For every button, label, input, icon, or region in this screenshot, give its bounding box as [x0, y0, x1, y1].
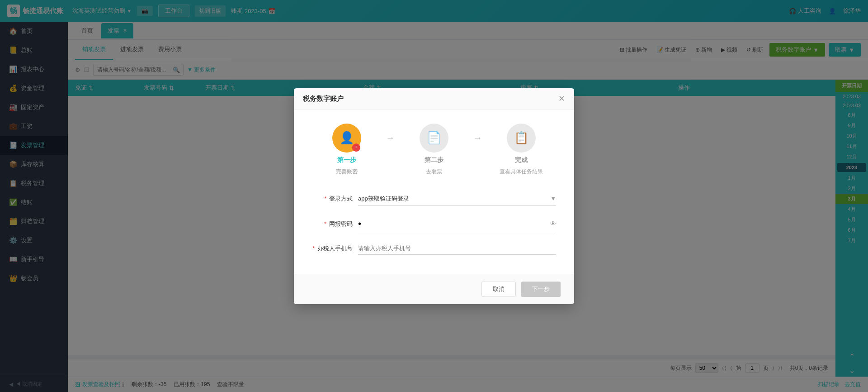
login-method-label: * 登录方式 — [312, 195, 353, 203]
step-arrow-2: → — [469, 124, 487, 143]
password-label: * 网报密码 — [312, 220, 353, 228]
step-arrow-1: → — [381, 124, 399, 143]
step1-icon: 👤 — [340, 131, 354, 145]
dialog-header: 税务数字账户 ✕ — [294, 88, 574, 110]
steps-indicator: 👤 ! 第一步 完善账密 → 📄 第二步 去取票 → — [312, 124, 556, 176]
phone-label: * 办税人手机号 — [312, 244, 353, 253]
required-mark3: * — [312, 245, 315, 252]
dialog-title: 税务数字账户 — [303, 95, 344, 103]
phone-input[interactable] — [358, 245, 556, 252]
login-method-value: app获取验证码登录 — [358, 195, 409, 203]
step2-icon-wrap: 📄 — [420, 124, 448, 153]
step-1: 👤 ! 第一步 完善账密 — [312, 124, 381, 176]
phone-field-wrap — [358, 242, 556, 255]
step3-icon: 📋 — [514, 131, 528, 145]
login-method-select[interactable]: app获取验证码登录 ▼ — [358, 192, 556, 206]
dialog-body: 👤 ! 第一步 完善账密 → 📄 第二步 去取票 → — [294, 110, 574, 274]
step1-badge: ! — [352, 143, 360, 152]
step3-desc: 查看具体任务结果 — [500, 168, 543, 176]
step3-icon-wrap: 📋 — [507, 124, 536, 153]
required-mark: * — [324, 195, 326, 202]
step2-title: 第二步 — [425, 156, 443, 164]
password-field-wrap: 👁 — [358, 216, 556, 232]
login-method-row: * 登录方式 app获取验证码登录 ▼ — [312, 192, 556, 206]
password-row: * 网报密码 👁 — [312, 216, 556, 232]
password-input[interactable] — [358, 219, 550, 229]
login-method-dropdown-arrow: ▼ — [550, 195, 556, 202]
dialog-footer: 取消 下一步 — [294, 274, 574, 304]
step2-icon: 📄 — [427, 131, 441, 145]
next-btn[interactable]: 下一步 — [521, 282, 561, 297]
dialog-close-btn[interactable]: ✕ — [558, 95, 565, 103]
cancel-btn[interactable]: 取消 — [481, 282, 516, 297]
eye-icon[interactable]: 👁 — [550, 220, 556, 227]
tax-account-dialog: 税务数字账户 ✕ 👤 ! 第一步 完善账密 → — [294, 88, 574, 304]
modal-overlay: 税务数字账户 ✕ 👤 ! 第一步 完善账密 → — [0, 0, 868, 392]
step1-icon-wrap: 👤 ! — [332, 124, 361, 153]
step1-desc: 完善账密 — [336, 168, 358, 176]
step1-title: 第一步 — [337, 156, 356, 164]
step-3: 📋 完成 查看具体任务结果 — [487, 124, 556, 176]
step-2: 📄 第二步 去取票 — [399, 124, 468, 176]
step2-desc: 去取票 — [426, 168, 442, 176]
phone-row: * 办税人手机号 — [312, 242, 556, 255]
step3-title: 完成 — [515, 156, 528, 164]
required-mark2: * — [324, 220, 326, 227]
